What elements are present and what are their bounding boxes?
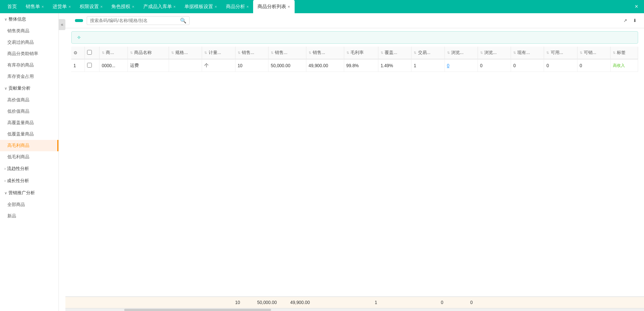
col-header-code[interactable]: ⇅ 商... [100, 47, 128, 59]
col-header-saleable_stock[interactable]: ⇅ 可销... [577, 47, 610, 59]
col-header-tag[interactable]: ⇅ 标签 [611, 47, 638, 59]
footer-cell [519, 300, 542, 305]
sidebar-section-营销推广分析[interactable]: ∨营销推广分析 [0, 187, 58, 199]
nav-item-商品分析列表[interactable]: 商品分析列表 × [253, 0, 294, 13]
nav-close-icon[interactable]: × [68, 4, 71, 9]
arrow-icon: ∨ [4, 86, 7, 90]
view1-link[interactable]: 0 [447, 63, 450, 68]
sidebar-item-低毛利商品[interactable]: 低毛利商品 [0, 151, 58, 163]
row-saleable-stock: 0 [577, 59, 610, 72]
share-button[interactable]: ↗ [623, 18, 629, 23]
nav-close-icon[interactable]: × [247, 4, 249, 9]
col-header-settings: ⚙ [71, 47, 84, 59]
sidebar-item-库存资金占用[interactable]: 库存资金占用 [0, 71, 58, 82]
nav-close-icon[interactable]: × [215, 4, 217, 9]
nav-item-商品分析[interactable]: 商品分析 × [222, 0, 253, 13]
sidebar-item-全部商品[interactable]: 全部商品 [0, 199, 58, 210]
sort-icon: ⇅ [480, 51, 483, 55]
row-transaction: 1 [411, 59, 445, 72]
table-row[interactable]: 10000...运费个1050,000.0049,900.0099.8%1.49… [71, 59, 638, 72]
col-header-transaction[interactable]: ⇅ 交易... [411, 47, 445, 59]
footer-cell: 0 [439, 300, 468, 305]
settings-icon[interactable]: ⚙ [73, 50, 78, 55]
sidebar-item-有库存的商品[interactable]: 有库存的商品 [0, 59, 58, 71]
footer-cell [93, 300, 104, 305]
scroll-thumb[interactable] [124, 309, 271, 311]
col-header-coverage[interactable]: ⇅ 覆盖... [378, 47, 411, 59]
col-header-spec[interactable]: ⇅ 规格... [169, 47, 202, 59]
nav-item-销售单[interactable]: 销售单 × [21, 0, 48, 13]
info-banner: ✧ [71, 31, 638, 44]
search-box: 🔍 [87, 16, 190, 25]
content-area: 🔍 ↗ ⬇ ✧ ⚙⇅ 商...⇅ 商品名称⇅ 规格...⇅ 计量...⇅ 销售. [65, 13, 644, 311]
col-header-view2[interactable]: ⇅ 浏览... [478, 47, 511, 59]
col-header-unit[interactable]: ⇅ 计量... [202, 47, 235, 59]
col-header-gross_margin[interactable]: ⇅ 毛利率 [344, 47, 378, 59]
sidebar-item-销售类商品[interactable]: 销售类商品 [0, 25, 58, 37]
nav-close-icon[interactable]: × [173, 4, 176, 9]
nav-item-角色授权[interactable]: 角色授权 × [107, 0, 138, 13]
sidebar-collapse-button[interactable]: « [59, 19, 65, 30]
sidebar-item-高毛利商品[interactable]: 高毛利商品 [0, 140, 58, 151]
data-table: ⚙⇅ 商...⇅ 商品名称⇅ 规格...⇅ 计量...⇅ 销售...⇅ 销售..… [71, 47, 638, 72]
row-checkbox[interactable] [87, 63, 92, 68]
nav-item-进货单[interactable]: 进货单 × [48, 0, 75, 13]
sort-icon: ⇅ [102, 51, 105, 55]
header-actions: ↗ ⬇ [623, 18, 638, 23]
col-header-sales_cost[interactable]: ⇅ 销售... [306, 47, 344, 59]
sidebar-item-商品分类助销率[interactable]: 商品分类助销率 [0, 48, 58, 59]
window-close-button[interactable]: × [632, 2, 641, 11]
sidebar-item-低价值商品[interactable]: 低价值商品 [0, 106, 58, 117]
nav-close-icon[interactable]: × [100, 4, 102, 9]
col-header-available_stock[interactable]: ⇅ 可用... [544, 47, 577, 59]
sidebar-section-贡献量分析[interactable]: ∨贡献量分析 [0, 82, 58, 94]
sidebar-item-交易过的商品[interactable]: 交易过的商品 [0, 37, 58, 48]
arrow-icon: ∨ [4, 17, 7, 21]
sidebar-section-成长性分析[interactable]: ›成长性分析 [0, 175, 58, 187]
sidebar-item-高覆盖量商品[interactable]: 高覆盖量商品 [0, 117, 58, 129]
sort-icon: ⇅ [513, 51, 516, 55]
search-icon[interactable]: 🔍 [180, 18, 186, 23]
sidebar-item-低覆盖量商品[interactable]: 低覆盖量商品 [0, 129, 58, 140]
col-header-sales_count[interactable]: ⇅ 销售... [235, 47, 268, 59]
search-input[interactable] [90, 18, 179, 23]
sort-icon: ⇅ [238, 51, 241, 55]
horizontal-scrollbar[interactable] [65, 308, 644, 311]
sort-icon: ⇅ [447, 51, 450, 55]
footer-cell [181, 300, 211, 305]
sidebar-section-流趋性分析[interactable]: ›流趋性分析 [0, 163, 58, 175]
footer-cell [497, 300, 519, 305]
nav-close-icon[interactable]: × [132, 4, 134, 9]
col-header-view1[interactable]: ⇅ 浏览... [445, 47, 478, 59]
sidebar-item-高价值商品[interactable]: 高价值商品 [0, 94, 58, 106]
footer-cell: 49,900.00 [288, 300, 321, 305]
footer-totals: 1050,000.0049,900.00100 [65, 296, 644, 308]
nav-item-产成品入库单[interactable]: 产成品入库单 × [139, 0, 180, 13]
row-current-stock: 0 [511, 59, 544, 72]
col-header-name[interactable]: ⇅ 商品名称 [128, 47, 169, 59]
filter-recent-month-button[interactable] [75, 19, 83, 22]
row-view2: 0 [478, 59, 511, 72]
select-all-checkbox[interactable] [87, 50, 92, 55]
sort-icon: ⇅ [381, 51, 384, 55]
row-sales-count: 10 [235, 59, 268, 72]
nav-item-单据模板设置[interactable]: 单据模板设置 × [180, 0, 221, 13]
export-button[interactable]: ⬇ [633, 18, 638, 23]
nav-item-权限设置[interactable]: 权限设置 × [75, 0, 107, 13]
footer-cells: 1050,000.0049,900.00100 [93, 300, 638, 305]
sidebar-section-整体信息[interactable]: ∨整体信息 [0, 13, 58, 25]
col-header-sales_amount[interactable]: ⇅ 销售... [268, 47, 306, 59]
col-header-current_stock[interactable]: ⇅ 现有... [511, 47, 544, 59]
col-header-checkbox [84, 47, 99, 59]
sort-icon: ⇅ [346, 51, 349, 55]
nav-close-icon[interactable]: × [288, 4, 290, 9]
footer-cell [115, 300, 137, 305]
footer-cell: 10 [233, 300, 255, 305]
footer-cell [137, 300, 181, 305]
share-icon: ↗ [623, 18, 627, 23]
nav-item-首页[interactable]: 首页 [3, 0, 21, 13]
sidebar-item-新品[interactable]: 新品 [0, 210, 58, 222]
footer-cell [211, 300, 233, 305]
nav-close-icon[interactable]: × [42, 4, 44, 9]
sort-icon: ⇅ [271, 51, 274, 55]
